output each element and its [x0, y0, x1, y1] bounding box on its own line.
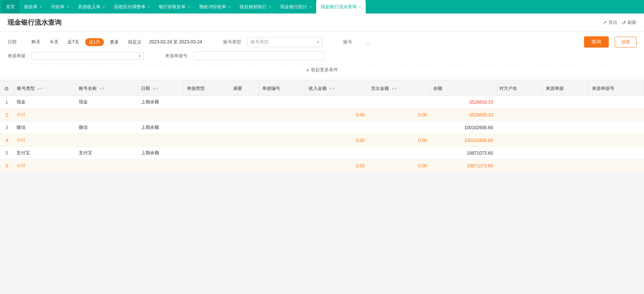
collapse-label: 收起更多条件: [311, 67, 338, 73]
sort-date-icon: ▲▼: [153, 87, 159, 90]
cell-counterpart: [496, 160, 543, 172]
cell-summary: [230, 134, 259, 147]
collapse-bar[interactable]: ∧ 收起更多条件: [8, 64, 636, 75]
source-doc-select[interactable]: ▾: [32, 52, 144, 60]
cell-account-type: 小计: [14, 160, 76, 172]
cell-counterpart: [496, 134, 543, 147]
cell-source-doc-no: [589, 96, 644, 109]
close-other-income-icon[interactable]: ×: [103, 5, 105, 9]
data-table: ⚙ 账号类型 ▲▼ 账号名称 ▲▼ 日期 ▲▼ 单据类型 摘: [0, 82, 644, 172]
nav-tab-payment[interactable]: 付款单 ×: [47, 0, 74, 13]
table-row[interactable]: 6 小计 0.00 0.00 19871073.60: [0, 160, 644, 172]
col-balance[interactable]: 余额: [430, 82, 496, 96]
date-1month[interactable]: 近1月: [85, 38, 104, 46]
table-row[interactable]: 2 小计 0.00 0.00 -3528659.33: [0, 109, 644, 121]
col-doc-type[interactable]: 单据类型: [183, 82, 230, 96]
account-type-arrow-icon: ▾: [317, 40, 319, 44]
sort-account-name-icon: ▲▼: [99, 87, 105, 90]
nav-tab-writeoff[interactable]: 收款核销执行 ×: [235, 0, 276, 13]
close-payment-icon[interactable]: ×: [67, 5, 69, 9]
cell-doc-type: [183, 134, 230, 147]
table-row[interactable]: 1 现金 现金 上期余额 -3528659.33: [0, 96, 644, 109]
table-row[interactable]: 4 小计 0.00 0.00 100102606.60: [0, 134, 644, 147]
col-source-doc-no[interactable]: 来源单据号: [589, 82, 644, 96]
close-bank-deposit-icon[interactable]: ×: [188, 5, 190, 9]
col-date[interactable]: 日期 ▲▼: [138, 82, 184, 96]
refresh-button[interactable]: ↺ 刷新: [622, 19, 636, 26]
col-summary[interactable]: 摘要: [230, 82, 259, 96]
nav-tab-home[interactable]: 首页: [2, 0, 20, 13]
date-more[interactable]: 更多: [107, 38, 122, 46]
table-area: ⚙ 账号类型 ▲▼ 账号名称 ▲▼ 日期 ▲▼ 单据类型 摘: [0, 82, 644, 172]
export-icon: ↗: [603, 20, 607, 25]
table-row[interactable]: 3 微信 微信 上期余额 100102606.60: [0, 121, 644, 134]
nav-tab-ar-ap-adjust[interactable]: 应收应付调整单 ×: [110, 0, 155, 13]
nav-tab-cash-flow[interactable]: 现金银行流水查询 ×: [316, 0, 366, 13]
close-ar-ap-adjust-icon[interactable]: ×: [148, 5, 150, 9]
cell-doc-type: [183, 96, 230, 109]
col-doc-no[interactable]: 单据编号: [259, 82, 306, 96]
collapse-up-icon: ∧: [306, 67, 309, 73]
cell-balance: 100102606.60: [430, 134, 496, 147]
table-row[interactable]: 5 支付宝 支付宝 上期余额 19871073.60: [0, 147, 644, 160]
cell-income: 0.00: [306, 134, 368, 147]
settings-button[interactable]: 设置: [615, 37, 636, 48]
cell-income: 0.00: [306, 160, 368, 172]
col-expense[interactable]: 支出金额 ▲▼: [368, 82, 430, 96]
nav-tab-cash-stat[interactable]: 现金银行统计 ×: [276, 0, 316, 13]
col-account-type[interactable]: 账号类型 ▲▼: [14, 82, 76, 96]
row-num: 4: [0, 134, 14, 147]
refresh-icon: ↺: [622, 20, 626, 25]
cell-source-doc-no: [589, 134, 644, 147]
filter-area: 日期 昨天 今天 近7天 近1月 更多 自定义 2023-02-24 至 202…: [0, 32, 644, 80]
date-today[interactable]: 今天: [47, 38, 62, 46]
page-title: 现金银行流水查询: [8, 18, 62, 27]
cell-expense: 0.00: [368, 109, 430, 121]
cell-source-doc-no: [589, 121, 644, 134]
cell-counterpart: [496, 109, 543, 121]
cell-doc-no: [259, 121, 306, 134]
date-yesterday[interactable]: 昨天: [29, 38, 44, 46]
sort-expense-icon: ▲▼: [391, 87, 397, 90]
close-writeoff-icon[interactable]: ×: [269, 5, 271, 9]
date-custom[interactable]: 自定义: [125, 38, 144, 46]
col-settings[interactable]: ⚙: [0, 82, 14, 96]
header-actions: ↗ 导出 ↺ 刷新: [603, 19, 636, 26]
cell-source-doc: [542, 160, 589, 172]
close-prepay-icon[interactable]: ×: [228, 5, 231, 9]
nav-tab-bank-deposit[interactable]: 银行存取款单 ×: [154, 0, 195, 13]
query-button[interactable]: 查询: [584, 36, 609, 48]
cell-account-name: 现金: [76, 96, 138, 109]
col-counterpart[interactable]: 对方户名: [496, 82, 543, 96]
account-ellipsis-button[interactable]: ...: [364, 39, 372, 45]
cell-summary: [230, 160, 259, 172]
cell-income: [306, 96, 368, 109]
date-7days[interactable]: 近7天: [65, 38, 82, 46]
gear-icon[interactable]: ⚙: [4, 86, 10, 92]
nav-tab-receipt[interactable]: 收款单 ×: [20, 0, 47, 13]
cell-balance: 19871073.60: [430, 160, 496, 172]
col-account-name[interactable]: 账号名称 ▲▼: [76, 82, 138, 96]
account-type-select[interactable]: 账号类型 ▾: [247, 37, 322, 47]
source-doc-no-input[interactable]: [194, 51, 325, 60]
cell-source-doc: [542, 134, 589, 147]
cell-source-doc: [542, 96, 589, 109]
export-button[interactable]: ↗ 导出: [603, 19, 617, 26]
close-receipt-icon[interactable]: ×: [40, 5, 42, 9]
source-doc-arrow-icon: ▾: [139, 54, 141, 58]
cell-counterpart: [496, 121, 543, 134]
top-nav: 首页 收款单 × 付款单 × 其他收入单 × 应收应付调整单 × 银行存取款单 …: [0, 0, 644, 13]
nav-tab-prepay[interactable]: 预收冲应收单 ×: [195, 0, 235, 13]
close-cash-stat-icon[interactable]: ×: [309, 5, 312, 9]
table-body: 1 现金 现金 上期余额 -3528659.33 2 小计 0.00 0.00 …: [0, 96, 644, 172]
nav-tab-other-income[interactable]: 其他收入单 ×: [74, 0, 110, 13]
col-income[interactable]: 收入金额 ▲▼: [306, 82, 368, 96]
cell-expense: [368, 96, 430, 109]
cell-summary: [230, 96, 259, 109]
account-label: 账号: [343, 39, 358, 45]
cell-doc-type: [183, 121, 230, 134]
cell-expense: 0.00: [368, 134, 430, 147]
cell-source-doc-no: [589, 109, 644, 121]
col-source-doc[interactable]: 来源单据: [542, 82, 589, 96]
close-cash-flow-icon[interactable]: ×: [359, 5, 361, 9]
